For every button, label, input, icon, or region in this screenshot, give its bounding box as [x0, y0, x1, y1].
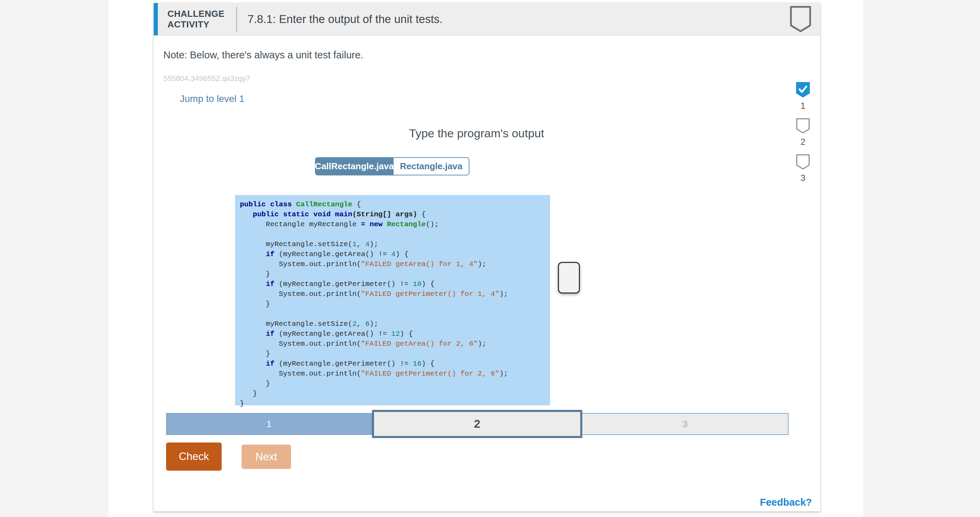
progress-segment-1: 1 [166, 413, 372, 435]
level-badge-1: 1 [796, 82, 810, 111]
blue-accent-bar [154, 3, 158, 35]
file-tabs: CallRectangle.java Rectangle.java [315, 157, 469, 176]
note-text: Note: Below, there's always a unit test … [163, 49, 363, 61]
check-button[interactable]: Check [166, 442, 222, 471]
progress-segment-2: 2 [372, 410, 582, 438]
kicker-line-1: CHALLENGE [167, 9, 224, 19]
next-button[interactable]: Next [242, 445, 291, 469]
code-listing: public class CallRectangle { public stat… [235, 195, 550, 405]
level-badge-3: 3 [796, 154, 810, 184]
activity-title: 7.8.1: Enter the output of the unit test… [247, 13, 443, 26]
challenge-activity-kicker: CHALLENGE ACTIVITY [167, 9, 224, 30]
level-badge-label: 1 [800, 101, 805, 111]
tab-rectangle-java[interactable]: Rectangle.java [394, 157, 469, 176]
header-divider [236, 6, 237, 32]
level-badge-label: 2 [800, 137, 805, 147]
answer-input[interactable] [558, 262, 580, 294]
feedback-link[interactable]: Feedback? [760, 497, 812, 508]
jump-to-level-link[interactable]: Jump to level 1 [180, 93, 244, 104]
tab-callrectangle-java[interactable]: CallRectangle.java [315, 157, 394, 176]
level-badge-label: 3 [800, 173, 805, 184]
prompt-heading: Type the program's output [154, 127, 800, 140]
progress-segment-3: 3 [582, 413, 789, 435]
kicker-line-2: ACTIVITY [167, 19, 224, 30]
shield-outline-icon [796, 154, 810, 170]
shield-check-icon [796, 82, 810, 98]
activity-id: 555804.3496552.qx3zqy7 [163, 74, 250, 83]
shield-icon [790, 6, 811, 33]
content-column: CHALLENGE ACTIVITY 7.8.1: Enter the outp… [108, 0, 863, 517]
challenge-header: CHALLENGE ACTIVITY 7.8.1: Enter the outp… [154, 3, 820, 36]
progress-bar: 1 2 3 [166, 413, 789, 435]
challenge-activity-card: CHALLENGE ACTIVITY 7.8.1: Enter the outp… [153, 3, 821, 512]
